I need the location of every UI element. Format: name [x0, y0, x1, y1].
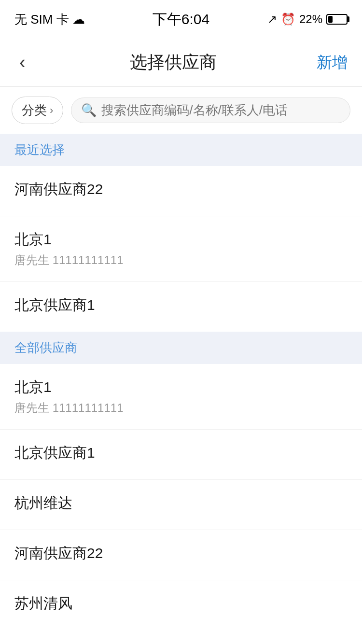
item-name: 河南供应商22 — [14, 180, 348, 199]
page-title: 选择供应商 — [130, 51, 217, 74]
alarm-icon: ⏰ — [281, 13, 295, 26]
list-item[interactable]: 北京供应商1 — [0, 282, 362, 332]
chevron-right-icon: › — [50, 104, 53, 117]
list-item[interactable]: 杭州维达 — [0, 480, 362, 530]
list-item[interactable]: 河南供应商22 — [0, 166, 362, 216]
item-name: 北京供应商1 — [14, 295, 348, 315]
status-bar: 无 SIM 卡 ☁ 下午6:04 ↗ ⏰ 22% — [0, 0, 362, 39]
search-input-wrap: 🔍 — [71, 98, 350, 123]
item-sub: 唐先生 11111111111 — [14, 252, 348, 268]
item-name: 河南供应商22 — [14, 544, 348, 563]
search-bar: 分类 › 🔍 — [0, 87, 362, 134]
item-name: 北京供应商1 — [14, 443, 348, 463]
location-icon: ↗ — [267, 13, 277, 26]
battery-percent: 22% — [299, 13, 322, 26]
status-right-icons: ↗ ⏰ 22% — [267, 13, 348, 26]
item-name: 杭州维达 — [14, 493, 348, 513]
search-icon: 🔍 — [81, 103, 97, 118]
recent-items-list: 河南供应商22 北京1 唐先生 11111111111 北京供应商1 — [0, 166, 362, 332]
list-item[interactable]: 河南供应商22 — [0, 530, 362, 580]
list-item[interactable]: 北京1 唐先生 11111111111 — [0, 216, 362, 282]
item-sub: 唐先生 11111111111 — [14, 400, 348, 416]
all-items-list: 北京1 唐先生 11111111111 北京供应商1 杭州维达 河南供应商22 … — [0, 364, 362, 630]
nav-bar: ‹ 选择供应商 新增 — [0, 39, 362, 87]
item-name: 北京1 — [14, 378, 348, 397]
list-item[interactable]: 北京1 唐先生 11111111111 — [0, 364, 362, 430]
back-button[interactable]: ‹ — [14, 47, 30, 78]
battery-icon — [326, 14, 348, 25]
item-name: 北京1 — [14, 230, 348, 250]
recent-section-header: 最近选择 — [0, 134, 362, 166]
list-item[interactable]: 苏州清风 — [0, 580, 362, 630]
category-label: 分类 — [22, 102, 47, 119]
item-name: 苏州清风 — [14, 594, 348, 614]
category-button[interactable]: 分类 › — [12, 97, 63, 124]
status-carrier: 无 SIM 卡 ☁ — [14, 11, 85, 28]
status-time: 下午6:04 — [153, 10, 209, 29]
list-item[interactable]: 北京供应商1 — [0, 430, 362, 480]
new-action-button[interactable]: 新增 — [317, 52, 348, 73]
all-section-header: 全部供应商 — [0, 332, 362, 364]
search-input[interactable] — [101, 103, 340, 118]
